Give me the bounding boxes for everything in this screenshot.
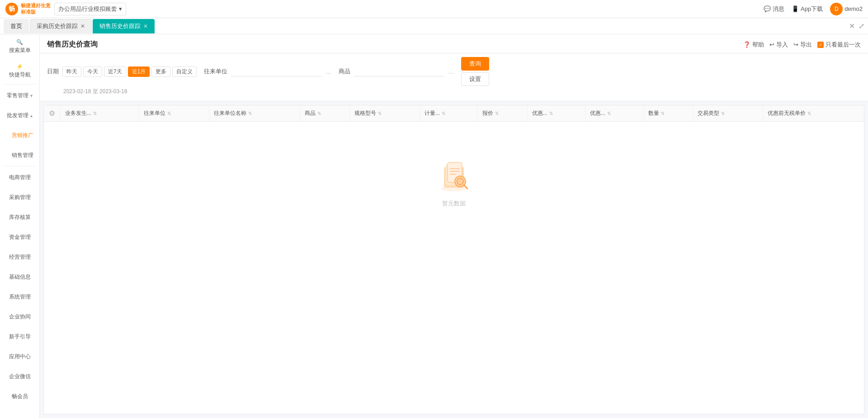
sidebar-item-operations[interactable]: 经营管理 bbox=[0, 247, 39, 267]
sort-icon[interactable]: ⇅ bbox=[317, 111, 321, 116]
nav-icon: ⚡ bbox=[16, 63, 23, 70]
col-discount2: 优惠... ⇅ bbox=[585, 105, 643, 122]
sidebar-item-sales-mgmt[interactable]: 销售管理 bbox=[0, 145, 39, 165]
sort-icon[interactable]: ⇅ bbox=[661, 111, 665, 116]
col-settings: ⚙ bbox=[44, 105, 60, 122]
window-controls: ✕ ⤢ bbox=[849, 22, 864, 30]
expand-window-button[interactable]: ⤢ bbox=[859, 22, 864, 30]
col-discount1: 优惠... ⇅ bbox=[527, 105, 585, 122]
help-icon: ❓ bbox=[743, 41, 750, 48]
export-button[interactable]: ↪ 导出 bbox=[793, 41, 812, 49]
col-product: 商品 ⇅ bbox=[300, 105, 349, 122]
col-counterpart-code: 往来单位 ⇅ bbox=[139, 105, 209, 122]
counterpart-dots-button[interactable]: ... bbox=[325, 67, 331, 76]
sort-icon[interactable]: ⇅ bbox=[607, 111, 611, 116]
product-dots-button[interactable]: ... bbox=[448, 67, 454, 76]
sort-icon[interactable]: ⇅ bbox=[167, 111, 171, 116]
date-btn-yesterday[interactable]: 昨天 bbox=[62, 66, 81, 77]
sort-icon[interactable]: ⇅ bbox=[807, 111, 811, 116]
export-icon: ↪ bbox=[793, 41, 798, 48]
product-label: 商品 bbox=[339, 67, 350, 76]
message-button[interactable]: 💬 消息 bbox=[764, 5, 784, 13]
top-bar: 畅 畅捷通好生意标准版 办公用品行业模拟账套 ▾ 💬 消息 📱 App下载 D … bbox=[0, 0, 868, 18]
sidebar-item-quick-nav[interactable]: ⚡ 快捷导航 bbox=[0, 59, 39, 83]
sort-icon[interactable]: ⇅ bbox=[495, 111, 499, 116]
col-biz-date: 业务发生... ⇅ bbox=[60, 105, 139, 122]
product-filter-group: 商品 ... bbox=[339, 66, 454, 76]
tab-purchase-history-close[interactable]: ✕ bbox=[80, 23, 85, 29]
sort-icon[interactable]: ⇅ bbox=[549, 111, 553, 116]
sort-icon[interactable]: ⇅ bbox=[721, 111, 725, 116]
tab-sales-history[interactable]: 销售历史价跟踪 ✕ bbox=[93, 19, 155, 33]
date-btn-custom[interactable]: 自定义 bbox=[172, 66, 197, 77]
sidebar-item-finance[interactable]: 资金管理 bbox=[0, 227, 39, 247]
date-buttons: 昨天 今天 近7天 近1月 更多 自定义 bbox=[62, 66, 197, 77]
col-spec: 规格型号 ⇅ bbox=[349, 105, 420, 122]
date-label: 日期 bbox=[47, 67, 59, 76]
date-btn-today[interactable]: 今天 bbox=[83, 66, 102, 77]
sidebar-item-new-guide[interactable]: 新手引导 bbox=[0, 327, 39, 347]
sort-icon[interactable]: ⇅ bbox=[248, 111, 252, 116]
sidebar-divider-2 bbox=[4, 166, 36, 166]
search-icon: 🔍 bbox=[16, 39, 23, 45]
search-button[interactable]: 查询 bbox=[461, 57, 489, 71]
sidebar-item-search[interactable]: 🔍 搜索菜单 bbox=[0, 34, 39, 59]
content-area: 销售历史价查询 ❓ 帮助 ↩ 导入 ↪ 导出 ✓ 只看最后一次 bbox=[40, 34, 868, 418]
only-last-checkbox[interactable]: ✓ 只看最后一次 bbox=[817, 41, 861, 49]
table-header-row: ⚙ 业务发生... ⇅ 往来单位 ⇅ bbox=[44, 105, 864, 122]
workspace-selector[interactable]: 办公用品行业模拟账套 ▾ bbox=[54, 3, 126, 15]
sidebar-item-retail[interactable]: 零售管理 ▾ bbox=[0, 86, 39, 105]
col-pretax-price: 优惠前无税单价 ⇅ bbox=[763, 105, 864, 122]
col-trade-type: 交易类型 ⇅ bbox=[693, 105, 763, 122]
chevron-up-icon: ▴ bbox=[30, 113, 33, 118]
sidebar-item-enterprise-collab[interactable]: 企业协同 bbox=[0, 307, 39, 327]
action-buttons: 查询 设置 bbox=[461, 57, 489, 86]
chevron-down-icon: ▾ bbox=[30, 93, 33, 98]
sort-icon[interactable]: ⇅ bbox=[93, 111, 97, 116]
product-input[interactable] bbox=[354, 66, 444, 76]
date-range-text: 2023-02-18 至 2023-03-18 bbox=[63, 88, 861, 95]
import-button[interactable]: ↩ 导入 bbox=[769, 41, 788, 49]
tab-home[interactable]: 首页 bbox=[4, 19, 29, 33]
top-bar-left: 畅 畅捷通好生意标准版 办公用品行业模拟账套 ▾ bbox=[5, 3, 126, 15]
sidebar-item-enterprise-wechat[interactable]: 企业微信 bbox=[0, 366, 39, 386]
download-icon: 📱 bbox=[792, 5, 799, 12]
logo-area: 畅 畅捷通好生意标准版 bbox=[5, 3, 51, 15]
help-button[interactable]: ❓ 帮助 bbox=[743, 41, 764, 49]
date-btn-7days[interactable]: 近7天 bbox=[104, 66, 126, 77]
filter-area: 日期 昨天 今天 近7天 近1月 更多 自定义 往来单位 ... bbox=[40, 53, 868, 101]
data-table: ⚙ 业务发生... ⇅ 往来单位 ⇅ bbox=[44, 105, 864, 122]
page-title: 销售历史价查询 bbox=[47, 40, 98, 49]
table-header: ⚙ 业务发生... ⇅ 往来单位 ⇅ bbox=[44, 105, 864, 122]
sort-icon[interactable]: ⇅ bbox=[378, 111, 382, 116]
page-header: 销售历史价查询 ❓ 帮助 ↩ 导入 ↪ 导出 ✓ 只看最后一次 bbox=[40, 34, 868, 53]
sidebar-item-app-center[interactable]: 应用中心 bbox=[0, 347, 39, 366]
col-quoted-price: 报价 ⇅ bbox=[478, 105, 527, 122]
date-btn-1month[interactable]: 近1月 bbox=[128, 66, 150, 77]
date-btn-more[interactable]: 更多 bbox=[151, 66, 170, 77]
tab-sales-history-close[interactable]: ✕ bbox=[143, 23, 148, 29]
close-window-button[interactable]: ✕ bbox=[849, 22, 855, 30]
sidebar-item-wholesale[interactable]: 批发管理 ▴ bbox=[0, 105, 39, 125]
sidebar-item-system[interactable]: 系统管理 bbox=[0, 287, 39, 307]
empty-text: 暂元数据 bbox=[442, 200, 466, 208]
sidebar-item-ecommerce[interactable]: 电商管理 bbox=[0, 167, 39, 187]
checkbox-checked-icon: ✓ bbox=[817, 42, 824, 48]
sidebar-item-purchase[interactable]: 采购管理 bbox=[0, 187, 39, 207]
sidebar-item-basic-info[interactable]: 基础信息 bbox=[0, 267, 39, 287]
filter-settings-button[interactable]: 设置 bbox=[461, 72, 489, 86]
counterpart-input[interactable] bbox=[231, 66, 321, 76]
counterpart-label: 往来单位 bbox=[204, 67, 227, 76]
sidebar-item-member[interactable]: 畅会员 bbox=[0, 386, 39, 406]
import-icon: ↩ bbox=[769, 41, 774, 48]
logo-text: 畅捷通好生意标准版 bbox=[21, 3, 51, 14]
app-download-button[interactable]: 📱 App下载 bbox=[792, 5, 823, 13]
gear-icon[interactable]: ⚙ bbox=[49, 109, 55, 117]
top-bar-right: 💬 消息 📱 App下载 D demo2 bbox=[764, 3, 863, 15]
sidebar: 🔍 搜索菜单 ⚡ 快捷导航 零售管理 ▾ 批发管理 ▴ 营销推广 销售管理 电商… bbox=[0, 34, 40, 418]
sidebar-item-inventory[interactable]: 库存核算 bbox=[0, 207, 39, 227]
user-menu[interactable]: D demo2 bbox=[830, 3, 863, 15]
tab-purchase-history[interactable]: 采购历史价跟踪 ✕ bbox=[30, 19, 92, 33]
sort-icon[interactable]: ⇅ bbox=[442, 111, 445, 116]
sidebar-item-marketing[interactable]: 营销推广 bbox=[0, 125, 39, 145]
